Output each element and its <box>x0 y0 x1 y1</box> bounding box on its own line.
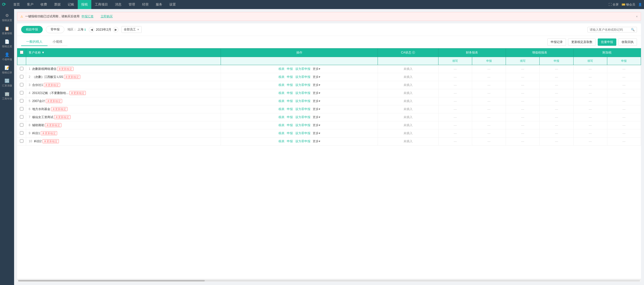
nav-customer[interactable]: 客户 <box>23 0 37 9</box>
op-2-row-2[interactable]: 设为零申报 <box>295 75 310 79</box>
op-2-row-9[interactable]: 设为零申报 <box>295 131 310 135</box>
subtab-general[interactable]: 一般的税人 <box>21 38 48 46</box>
sidebar-item-batch-tax[interactable]: 📋 批量报税 <box>0 24 14 37</box>
notice-link-declare[interactable]: 申报汇签 <box>82 14 94 19</box>
sidebar-item-annual-settlement[interactable]: 🔢 汇算清缴 <box>0 76 14 89</box>
row-select-7[interactable] <box>20 115 23 119</box>
sidebar-item-tax-overview[interactable]: 📄 报税总览 <box>0 37 14 50</box>
info-icon[interactable]: ℹ <box>85 28 86 31</box>
bottom-scrollbar[interactable] <box>17 279 641 282</box>
op-1-row-3[interactable]: 申报 <box>287 83 293 87</box>
nav-fee[interactable]: 收费 <box>37 0 51 9</box>
op-2-row-7[interactable]: 设为零申报 <box>295 115 310 119</box>
op-more-7[interactable]: 更多▾ <box>313 115 320 119</box>
op-1-row-4[interactable]: 申报 <box>287 91 293 95</box>
nav-operation[interactable]: 经营 <box>139 0 152 9</box>
cell-dash-2-4: — <box>589 75 592 79</box>
op-2-row-8[interactable]: 设为零申报 <box>295 123 310 127</box>
op-more-2[interactable]: 更多▾ <box>313 75 320 79</box>
nav-accounting[interactable]: 记账 <box>64 0 78 9</box>
sidebar-item-annual-report[interactable]: 🏢 工商年报 <box>0 89 14 103</box>
nav-manage[interactable]: 管理 <box>125 0 139 9</box>
prev-month-btn[interactable]: ◀ <box>89 27 94 32</box>
row-select-3[interactable] <box>20 83 23 86</box>
op-more-5[interactable]: 更多▾ <box>313 99 320 103</box>
op-1-row-5[interactable]: 申报 <box>287 99 293 103</box>
op-2-row-5[interactable]: 设为零申报 <box>295 99 310 103</box>
op-0-row-4[interactable]: 税表 <box>278 91 285 95</box>
nav-business[interactable]: 工商项目 <box>91 0 111 9</box>
nav-tax[interactable]: 报税 <box>78 0 91 9</box>
btn-batch-declare[interactable]: 批量申报 <box>598 38 616 46</box>
sidebar-item-tax-record[interactable]: 📝 报税记录 <box>0 63 14 76</box>
th-customer-name: 客户名称 ▼ <box>26 49 221 57</box>
select-all-checkbox[interactable] <box>20 51 23 54</box>
fullscreen-btn[interactable]: ⛶ 全屏 <box>609 3 618 7</box>
row-select-1[interactable] <box>20 67 23 70</box>
op-0-row-5[interactable]: 税表 <box>278 99 285 103</box>
op-more-4[interactable]: 更多▾ <box>313 91 320 95</box>
op-0-row-10[interactable]: 税表 <box>278 139 285 143</box>
op-more-8[interactable]: 更多▾ <box>313 123 320 127</box>
cell-dash-3-1: — <box>488 83 491 87</box>
op-0-row-6[interactable]: 税表 <box>278 107 285 111</box>
op-0-row-9[interactable]: 税表 <box>278 131 285 135</box>
member-btn[interactable]: 🎫 畅会员 <box>622 3 635 7</box>
nav-settings[interactable]: 设置 <box>166 0 179 9</box>
nav-service[interactable]: 服务 <box>152 0 166 9</box>
op-1-row-6[interactable]: 申报 <box>287 107 293 111</box>
avatar[interactable]: 👤 <box>638 3 642 6</box>
row-select-9[interactable] <box>20 131 23 135</box>
tab-zero-declare[interactable]: 零申报 <box>46 26 64 33</box>
btn-collect-receipt[interactable]: 收取回执 <box>618 38 637 46</box>
op-more-6[interactable]: 更多▾ <box>313 107 320 111</box>
op-1-row-10[interactable]: 申报 <box>287 139 293 143</box>
op-2-row-3[interactable]: 设为零申报 <box>295 83 310 87</box>
row-cell-4-0: — <box>438 89 472 97</box>
nav-message[interactable]: 消息 <box>111 0 125 9</box>
op-0-row-2[interactable]: 税表 <box>278 75 285 79</box>
row-checkbox-8 <box>17 121 26 129</box>
op-more-10[interactable]: 更多▾ <box>313 139 320 143</box>
search-input[interactable] <box>590 28 630 31</box>
op-0-row-3[interactable]: 税表 <box>278 83 285 87</box>
op-more-1[interactable]: 更多▾ <box>313 67 320 71</box>
op-1-row-7[interactable]: 申报 <box>287 115 293 119</box>
op-more-3[interactable]: 更多▾ <box>313 83 320 87</box>
next-month-btn[interactable]: ▶ <box>113 27 118 32</box>
tab-tax-declare[interactable]: 税款申报 <box>21 26 43 33</box>
op-2-row-10[interactable]: 设为零申报 <box>295 139 310 143</box>
row-select-4[interactable] <box>20 91 23 94</box>
row-cell-1-2: — <box>506 65 540 73</box>
row-select-6[interactable] <box>20 107 23 111</box>
op-1-row-2[interactable]: 申报 <box>287 75 293 79</box>
staff-selector[interactable]: 全部员工 ▼ <box>122 26 142 33</box>
nav-home[interactable]: 首页 <box>10 0 23 9</box>
cell-dash-1-4: — <box>589 67 592 71</box>
sidebar-item-personal-tax[interactable]: 👤 个税申报 <box>0 50 14 63</box>
row-select-5[interactable] <box>20 99 23 103</box>
btn-declare-record[interactable]: 申报记录 <box>547 38 566 46</box>
op-more-9[interactable]: 更多▾ <box>313 131 320 135</box>
sidebar-item-tax-settings[interactable]: ⚙ 报税设置 <box>0 11 14 24</box>
op-1-row-1[interactable]: 申报 <box>287 67 293 71</box>
row-select-8[interactable] <box>20 123 23 127</box>
btn-update-tax[interactable]: 更新税定及取数 <box>568 38 596 46</box>
notice-close-btn[interactable]: × <box>636 15 638 18</box>
subtab-small[interactable]: 小规模 <box>48 38 67 46</box>
op-2-row-6[interactable]: 设为零申报 <box>295 107 310 111</box>
op-1-row-8[interactable]: 申报 <box>287 123 293 127</box>
row-checkbox-9 <box>17 129 26 137</box>
op-1-row-9[interactable]: 申报 <box>287 131 293 135</box>
op-2-row-4[interactable]: 设为零申报 <box>295 91 310 95</box>
row-select-2[interactable] <box>20 75 23 78</box>
search-icon[interactable]: 🔍 <box>631 28 635 31</box>
op-0-row-7[interactable]: 税表 <box>278 115 285 119</box>
notice-link-buy[interactable]: 立即购买 <box>101 14 113 19</box>
op-0-row-8[interactable]: 税表 <box>278 123 285 127</box>
nav-invoice[interactable]: 票据 <box>51 0 64 9</box>
row-cell-8-5: — <box>607 121 641 129</box>
row-select-10[interactable] <box>20 139 23 143</box>
op-0-row-1[interactable]: 税表 <box>278 67 285 71</box>
op-2-row-1[interactable]: 设为零申报 <box>295 67 310 71</box>
